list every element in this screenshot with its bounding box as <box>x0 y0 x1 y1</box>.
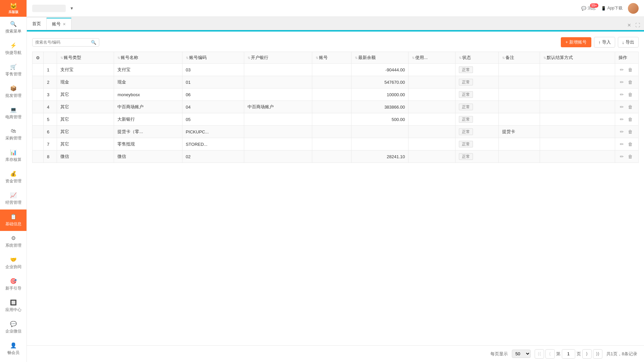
sidebar-item-wholesale[interactable]: 📦 批发管理 <box>0 81 26 103</box>
finance-icon: 💰 <box>10 171 17 177</box>
page-size-select[interactable]: 50 20 100 <box>512 350 531 358</box>
delete-button[interactable]: 🗑 <box>627 153 634 160</box>
sidebar-label-guide: 新手引导 <box>5 286 21 291</box>
sidebar-item-system[interactable]: ⚙ 系统管理 <box>0 231 26 252</box>
purchase-icon: 🛍 <box>11 128 16 134</box>
col-remark[interactable]: ⇅备注 <box>498 52 540 64</box>
row-code: 01 <box>182 76 244 88</box>
header-search-input[interactable] <box>32 5 66 12</box>
tab-accounts[interactable]: 账号 ✕ <box>47 18 71 30</box>
col-balance[interactable]: ⇅最新余额 <box>351 52 408 64</box>
add-account-button[interactable]: + 新增账号 <box>561 37 591 47</box>
row-balance: 10000.00 <box>351 88 408 101</box>
sidebar-item-retail[interactable]: 🛒 零售管理 <box>0 60 26 81</box>
row-status: 正常 <box>455 76 498 88</box>
message-button[interactable]: 💬 消息 99+ <box>581 5 596 11</box>
export-button[interactable]: ↓ 导出 <box>618 37 639 48</box>
tab-accounts-close[interactable]: ✕ <box>63 22 66 26</box>
row-bank <box>244 150 312 163</box>
row-type: 微信 <box>57 150 114 163</box>
status-badge: 正常 <box>459 153 473 160</box>
col-usage[interactable]: ⇅使用... <box>409 52 455 64</box>
sidebar-item-ecommerce[interactable]: 💻 电商管理 <box>0 103 26 124</box>
row-actions: ✏ 🗑 <box>615 113 639 126</box>
delete-button[interactable]: 🗑 <box>627 91 634 98</box>
import-button[interactable]: ↑ 导入 <box>594 37 615 48</box>
member-icon: 👤 <box>10 342 17 349</box>
col-settings[interactable]: ⚙ <box>33 52 44 64</box>
col-status[interactable]: ⇅状态 <box>455 52 498 64</box>
col-account[interactable]: ⇅账号 <box>312 52 351 64</box>
sidebar-item-finance[interactable]: 💰 资金管理 <box>0 167 26 188</box>
message-badge: 99+ <box>590 3 598 8</box>
delete-button[interactable]: 🗑 <box>627 66 634 73</box>
page-last-button[interactable]: ⟩⟩ <box>593 349 602 359</box>
sidebar-label-retail: 零售管理 <box>5 71 21 77</box>
tab-expand-button[interactable]: ⛶ <box>634 22 641 28</box>
page-next-button[interactable]: ⟩ <box>582 349 592 359</box>
col-index <box>44 52 57 64</box>
delete-button[interactable]: 🗑 <box>627 141 634 147</box>
table-row: 8 微信 微信 02 28241.10 正常 ✏ 🗑 <box>33 150 639 163</box>
col-bank[interactable]: ⇅开户银行 <box>244 52 312 64</box>
row-actions: ✏ 🗑 <box>615 88 639 101</box>
delete-button[interactable]: 🗑 <box>627 116 634 123</box>
row-actions: ✏ 🗑 <box>615 76 639 88</box>
edit-button[interactable]: ✏ <box>619 91 625 98</box>
col-default-settle[interactable]: ⇅默认结算方式 <box>540 52 615 64</box>
app-label: App下载 <box>607 5 623 11</box>
edit-button[interactable]: ✏ <box>619 153 625 160</box>
edit-button[interactable]: ✏ <box>619 66 625 73</box>
sidebar-item-purchase[interactable]: 🛍 采购管理 <box>0 124 26 145</box>
col-type[interactable]: ⇅账号类型 <box>57 52 114 64</box>
row-name: 大新银行 <box>114 113 182 126</box>
edit-button[interactable]: ✏ <box>619 141 625 147</box>
tab-home[interactable]: 首页 <box>27 18 47 30</box>
sidebar-item-quick[interactable]: ⚡ 快捷导航 <box>0 38 26 60</box>
page-first-button[interactable]: ⟨⟨ <box>535 349 544 359</box>
row-name: 提货卡（零... <box>114 126 182 138</box>
edit-button[interactable]: ✏ <box>619 128 625 135</box>
row-account <box>312 88 351 101</box>
sidebar-item-operation[interactable]: 📈 经营管理 <box>0 188 26 209</box>
sidebar-item-agreement[interactable]: 🤝 企业协同 <box>0 252 26 274</box>
export-icon: ↓ <box>622 40 625 45</box>
status-badge: 正常 <box>459 91 473 98</box>
page-prev-button[interactable]: ⟨ <box>545 349 555 359</box>
page-size-label: 每页显示 <box>490 351 508 357</box>
table-row: 1 支付宝 支付宝 03 -90444.00 正常 ✏ 🗑 <box>33 64 639 76</box>
page-number-input[interactable] <box>562 349 575 359</box>
sidebar-item-inventory[interactable]: 📊 库存核算 <box>0 145 26 167</box>
sidebar-item-guide[interactable]: 🎯 新手引导 <box>0 274 26 295</box>
row-default-settle <box>540 138 615 150</box>
user-avatar[interactable] <box>628 3 639 14</box>
edit-button[interactable]: ✏ <box>619 104 625 110</box>
col-name[interactable]: ⇅账号名称 <box>114 52 182 64</box>
row-settings <box>33 126 44 138</box>
sidebar-item-search[interactable]: 🔍 搜索菜单 <box>0 17 26 38</box>
delete-button[interactable]: 🗑 <box>627 128 634 135</box>
delete-button[interactable]: 🗑 <box>627 79 634 85</box>
row-index: 1 <box>44 64 57 76</box>
col-code[interactable]: ⇅账号编码 <box>182 52 244 64</box>
sidebar-item-apps[interactable]: 🔲 应用中心 <box>0 295 26 317</box>
status-badge: 正常 <box>459 104 473 110</box>
status-badge: 正常 <box>459 116 473 123</box>
sidebar-label-agreement: 企业协同 <box>5 264 21 270</box>
tab-close-all-button[interactable]: ✕ <box>626 22 633 28</box>
sidebar-item-wechat[interactable]: 💬 企业微信 <box>0 317 26 338</box>
edit-button[interactable]: ✏ <box>619 116 625 123</box>
search-input[interactable] <box>35 40 91 45</box>
delete-button[interactable]: 🗑 <box>627 104 634 110</box>
operation-icon: 📈 <box>10 192 17 198</box>
row-name: 微信 <box>114 150 182 163</box>
row-actions: ✏ 🗑 <box>615 126 639 138</box>
page-label: 第 <box>556 351 560 357</box>
dropdown-arrow-icon: ▼ <box>70 6 74 11</box>
sidebar-item-basic[interactable]: 📋 基础信息 <box>0 209 26 231</box>
edit-button[interactable]: ✏ <box>619 79 625 85</box>
app-download-button[interactable]: 📱 App下载 <box>601 5 623 11</box>
sidebar-item-member[interactable]: 👤 畅会员 <box>0 338 26 360</box>
row-remark <box>498 150 540 163</box>
header-dropdown[interactable]: ▼ <box>70 6 74 11</box>
